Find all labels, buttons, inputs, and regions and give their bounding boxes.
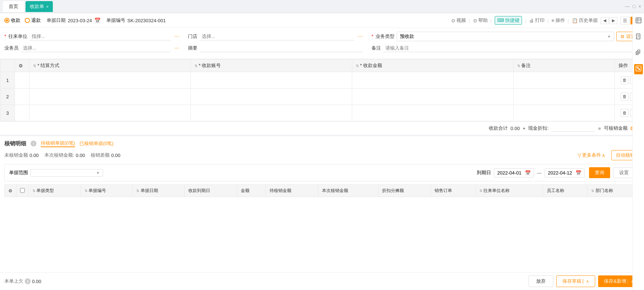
row-amount-2[interactable]: [352, 89, 513, 105]
btcol-date: ⇅ 单据日期: [133, 185, 185, 197]
total-value: 0.00: [511, 126, 520, 131]
nav-arrows: ◀ ▶: [601, 17, 617, 24]
partner-input[interactable]: [30, 32, 171, 40]
date-from-input[interactable]: 2022-04-01 📅: [494, 168, 534, 177]
summary-input[interactable]: [200, 44, 363, 52]
remark-label: 备注: [372, 45, 381, 51]
btcol-amount: 金额: [237, 185, 266, 197]
sidebar-document-icon[interactable]: [634, 32, 643, 42]
delete-btn-3[interactable]: 🗑: [621, 109, 629, 117]
discount-input[interactable]: [551, 125, 595, 132]
calendar-icon-from: 📅: [525, 170, 531, 176]
filter-row: 单据范围 ▼ 到期日 2022-04-01 📅 — 2022-04-12 📅: [4, 164, 640, 181]
svg-rect-9: [637, 67, 639, 68]
col-settings-header[interactable]: ⚙: [15, 59, 30, 72]
row-settlement-2[interactable]: [30, 89, 191, 105]
row-remark-3[interactable]: [513, 105, 614, 121]
filter-settings-btn[interactable]: 设置: [613, 167, 635, 178]
this-time-stat: 本次核销金额: 0.00: [44, 152, 85, 158]
btcol-type: ⇅ 单据类型: [29, 185, 81, 197]
help-btn[interactable]: ⊙ 帮助: [473, 17, 488, 24]
range-label: 单据范围: [9, 169, 28, 176]
col-account-header: ⇅ * 收款账号: [191, 59, 352, 72]
row-num-1: 1: [0, 72, 15, 89]
query-btn[interactable]: 查询: [589, 167, 610, 178]
sort-icon-3: ⇅: [356, 64, 359, 68]
select-all-checkbox[interactable]: [20, 188, 25, 193]
action-btn[interactable]: ≡ 操作: [551, 17, 565, 24]
history-btn[interactable]: 📋 历史单据: [572, 17, 598, 24]
more-conditions-btn[interactable]: ▽ 更多条件 ∧: [578, 152, 605, 158]
staff-input[interactable]: [21, 44, 171, 52]
shortcut-btn[interactable]: ⌨ 快捷键: [495, 16, 522, 25]
row-settlement-3[interactable]: [30, 105, 191, 121]
row-amount-3[interactable]: [352, 105, 513, 121]
range-select[interactable]: ▼: [30, 169, 103, 177]
save-draft-btn[interactable]: 保存草稿 ∧: [556, 275, 595, 287]
radio-refund-dot: [25, 18, 30, 23]
btcol-staff: 员工名称: [543, 185, 587, 197]
delete-btn-1[interactable]: 🗑: [621, 76, 629, 84]
delete-btn-2[interactable]: 🗑: [621, 93, 629, 101]
print-btn[interactable]: 🖨 打印: [529, 17, 545, 24]
abandon-btn[interactable]: 放弃: [529, 275, 553, 287]
radio-refund-label: 退款: [31, 17, 41, 24]
chevron-up-icon: ∧: [602, 153, 605, 158]
list-view-btn[interactable]: ☰: [620, 17, 630, 24]
store-input[interactable]: [200, 32, 354, 40]
row-amount-1[interactable]: [352, 72, 513, 89]
row-remark-1[interactable]: [513, 72, 614, 89]
sidebar-table-icon[interactable]: [634, 16, 643, 26]
tab-close-icon[interactable]: ×: [46, 4, 48, 9]
save-draft-arrow-icon[interactable]: ∧: [583, 279, 589, 284]
staff-label: 业务员: [4, 45, 19, 51]
bottom-info-icon[interactable]: ℹ: [25, 278, 31, 284]
maximize-btn[interactable]: □: [633, 4, 636, 9]
row-account-1[interactable]: [191, 72, 352, 89]
btcol-check[interactable]: [16, 185, 29, 197]
partner-more-icon[interactable]: ···: [174, 33, 179, 40]
remark-input[interactable]: [383, 44, 640, 52]
store-label: 门店: [188, 33, 197, 40]
tab-current[interactable]: 收款单 ×: [25, 1, 53, 12]
staff-more-icon[interactable]: ···: [174, 45, 179, 51]
row-account-2[interactable]: [191, 89, 352, 105]
business-type-field: * 业务类型 预收款 ▼ ⚙ 设置: [372, 32, 640, 41]
date-icon[interactable]: 📅: [94, 17, 101, 23]
number-field: 单据编号 SK-20230324-001: [106, 17, 166, 24]
divider5: |: [568, 18, 569, 23]
main-table-section: ⚙ ⇅ * 结算方式 ⇅ * 收款账号 ⇅ * 收款: [0, 59, 644, 121]
radio-receipt[interactable]: 收款: [4, 17, 20, 24]
prev-arrow[interactable]: ◀: [601, 17, 609, 24]
store-more-icon[interactable]: ···: [358, 33, 363, 40]
pending-tab[interactable]: 待核销单据(0笔): [41, 140, 75, 147]
radio-refund[interactable]: 退款: [25, 17, 41, 24]
business-type-value: 预收款: [400, 33, 414, 40]
btcol-sales-order: 销售订单: [431, 185, 475, 197]
done-tab[interactable]: 已核销单据(0笔): [79, 140, 114, 147]
video-btn[interactable]: ⊙ 视频: [451, 17, 466, 24]
table-settings-icon[interactable]: ⚙: [19, 63, 23, 68]
row-settlement-1[interactable]: [30, 72, 191, 89]
row-remark-2[interactable]: [513, 89, 614, 105]
sidebar-attachment-icon[interactable]: [634, 48, 643, 58]
next-arrow[interactable]: ▶: [609, 17, 617, 24]
business-type-select[interactable]: 预收款 ▼: [397, 32, 614, 41]
remark-field: 备注: [372, 44, 640, 52]
form-section: * 往来单位 ··· 门店 ··· * 业务类型 预收款 ▼: [0, 28, 644, 59]
minimize-btn[interactable]: —: [625, 4, 630, 9]
partner-label: * 往来单位: [4, 33, 27, 40]
tab-home[interactable]: 首页: [3, 1, 24, 12]
row-num-2: 2: [0, 89, 15, 105]
col-settlement-header: ⇅ * 结算方式: [30, 59, 191, 72]
date-to-input[interactable]: 2022-04-12 📅: [545, 168, 585, 177]
sort-icon-2: ⇅: [195, 64, 197, 68]
close-btn[interactable]: ×: [638, 4, 641, 9]
divider3: |: [525, 18, 526, 23]
writeoff-info-icon[interactable]: i: [31, 141, 36, 146]
btcol-settings[interactable]: ⚙: [5, 185, 16, 197]
sidebar-screenshot-icon[interactable]: [634, 64, 643, 74]
row-account-3[interactable]: [191, 105, 352, 121]
sort-icon-4: ⇅: [517, 64, 520, 68]
col-num-header: [0, 59, 15, 72]
